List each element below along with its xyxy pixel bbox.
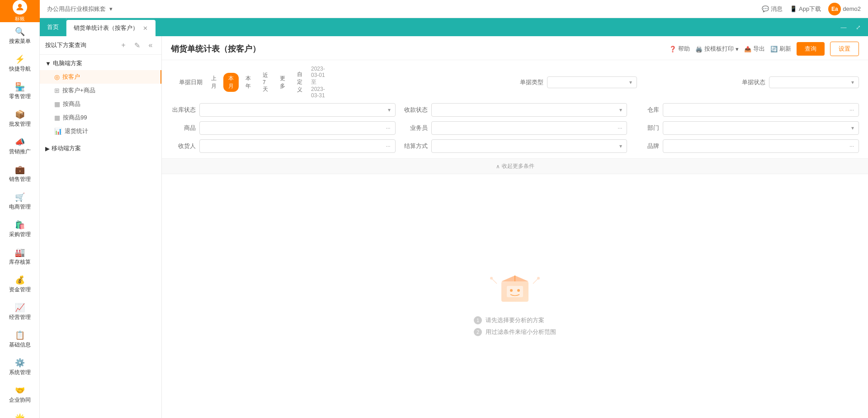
sidebar-item-sales[interactable]: 💼 销售管理 [0, 160, 40, 188]
sidebar-item-operations-label: 经营管理 [9, 314, 31, 321]
sidebar-item-wholesale[interactable]: 📦 批发管理 [0, 105, 40, 133]
filter-area: 单据日期 上月 本月 本年 近7天 更多 自定义 2023-03-01 至 20… [162, 60, 868, 159]
template-print-btn[interactable]: 🖨️ 按模板打印 ▾ [695, 45, 739, 53]
tab-close-btn[interactable]: ✕ [143, 25, 148, 32]
date-tab-custom[interactable]: 自定义 [292, 69, 307, 95]
tree-item-returns[interactable]: 📊 退货统计 [40, 124, 161, 138]
sidebar-item-base[interactable]: 📋 基础信息 [0, 326, 40, 353]
brand-select[interactable]: ··· [663, 139, 859, 153]
industry-name: 办公用品行业模拟账套 [47, 5, 106, 13]
filter-row-2: 出库状态 ▾ 收款状态 ▾ 仓库 [171, 103, 859, 117]
tree-group-mobile[interactable]: ▶ 移动端方案 [40, 142, 161, 155]
collapse-panel-btn[interactable]: « [145, 40, 156, 51]
add-icon: + [121, 41, 125, 49]
sidebar-item-retail-label: 零售管理 [9, 93, 31, 100]
sidebar-item-search[interactable]: 🔍 搜索菜单 [0, 22, 40, 50]
tree-item-by-goods99[interactable]: ▦ 按商品99 [40, 111, 161, 124]
recipient-select[interactable]: ··· [199, 139, 396, 153]
query-button[interactable]: 查询 [797, 42, 825, 56]
add-scheme-btn[interactable]: + [118, 40, 129, 51]
group-label: 电脑端方案 [53, 59, 82, 67]
tab-sales-stats[interactable]: 销货单统计表（按客户） ✕ [66, 20, 156, 36]
tree-group-desktop[interactable]: ▼ 电脑端方案 [40, 57, 161, 70]
tab-expand-btn[interactable]: ⤢ [852, 21, 864, 33]
filter-row-3: 商品 ··· 业务员 ··· 部门 [171, 121, 859, 135]
svg-point-3 [510, 289, 513, 292]
sidebar-item-ecommerce[interactable]: 🛒 电商管理 [0, 188, 40, 215]
sidebar-item-quicknav-label: 快捷导航 [9, 65, 31, 73]
tab-home-label: 首页 [47, 23, 59, 31]
salesperson-select[interactable]: ··· [431, 121, 627, 135]
logo-icon [13, 0, 27, 14]
sidebar-item-ecommerce-label: 电商管理 [9, 203, 31, 211]
sidebar-item-quicknav[interactable]: ⚡ 快捷导航 [0, 50, 40, 77]
tree-item-by-customer-goods[interactable]: ⊞ 按客户+商品 [40, 84, 161, 97]
date-tab-more[interactable]: 更多 [275, 73, 290, 92]
enterprise-icon: 🤝 [15, 385, 25, 395]
goods-select[interactable]: ··· [199, 121, 396, 135]
app-download-btn[interactable]: 📱 App下载 [790, 5, 821, 13]
date-tab-last-month[interactable]: 上月 [206, 73, 222, 92]
sidebar-item-system[interactable]: ⚙️ 系统管理 [0, 353, 40, 381]
svg-line-6 [533, 279, 538, 284]
tab-home[interactable]: 首页 [40, 18, 66, 36]
recipient-label: 收货人 [171, 142, 196, 150]
dropdown-icon[interactable]: ▾ [109, 5, 113, 12]
edit-icon: ✎ [134, 41, 140, 50]
topbar-left: 办公用品行业模拟账套 ▾ [47, 5, 113, 13]
newbie-icon: 🌟 [15, 413, 25, 418]
help-icon: ❓ [669, 46, 676, 52]
template-print-label: 按模板打印 [704, 45, 734, 53]
settlement-select[interactable]: ▾ [431, 139, 627, 153]
export-btn[interactable]: 📤 导出 [744, 45, 765, 53]
tip-num-1: 1 [474, 316, 482, 324]
settings-button[interactable]: 设置 [830, 42, 859, 56]
tree-item-by-goods[interactable]: ▦ 按商品 [40, 97, 161, 111]
out-status-label: 出库状态 [171, 106, 196, 114]
sidebar-item-inventory[interactable]: 🏭 库存核算 [0, 243, 40, 271]
dept-select[interactable]: ▾ [663, 121, 859, 135]
sidebar-item-base-label: 基础信息 [9, 341, 31, 349]
edit-scheme-btn[interactable]: ✎ [132, 40, 142, 51]
receipt-status-select[interactable]: ▾ [431, 103, 627, 117]
warehouse-select[interactable]: ··· [663, 103, 859, 117]
order-type-select[interactable]: ▾ [547, 76, 637, 88]
expand-icon: ▼ [45, 60, 51, 67]
sidebar-item-purchase[interactable]: 🛍️ 采购管理 [0, 215, 40, 243]
operations-icon: 📈 [15, 303, 25, 313]
filter-cell-salesperson: 业务员 ··· [403, 121, 627, 135]
date-tabs: 上月 本月 本年 近7天 更多 自定义 [206, 69, 307, 95]
sidebar-item-wholesale-label: 批发管理 [9, 120, 31, 128]
left-panel-header: 按以下方案查询 + ✎ « [40, 36, 161, 55]
returns-label: 退货统计 [65, 127, 88, 135]
page-title: 销货单统计表（按客户） [171, 43, 260, 54]
order-status-select[interactable]: ▾ [769, 76, 859, 88]
date-tab-7days[interactable]: 近7天 [258, 70, 273, 95]
help-btn[interactable]: ❓ 帮助 [669, 45, 690, 53]
salesperson-label: 业务员 [403, 124, 428, 132]
sidebar-item-finance[interactable]: 💰 资金管理 [0, 271, 40, 298]
date-tab-this-month[interactable]: 本月 [223, 73, 239, 92]
avatar: Ea [828, 3, 841, 15]
print-icon: 🖨️ [695, 46, 703, 52]
sidebar-item-newbie[interactable]: 🌟 新手引导 [0, 408, 40, 418]
sidebar-item-marketing[interactable]: 📣 营销推广 [0, 133, 40, 160]
avatar-text: Ea [831, 6, 838, 12]
tree-item-by-customer[interactable]: ◎ 按客户 [40, 70, 161, 84]
by-customer-goods-label: 按客户+商品 [62, 86, 95, 95]
collapse-bar[interactable]: ∧ 收起更多条件 [162, 159, 868, 174]
sales-icon: 💼 [15, 165, 25, 175]
sidebar-item-operations[interactable]: 📈 经营管理 [0, 298, 40, 326]
filter-cell-settlement: 结算方式 ▾ [403, 139, 627, 153]
date-tab-this-year[interactable]: 本年 [241, 73, 256, 92]
out-status-select[interactable]: ▾ [199, 103, 396, 117]
sidebar-item-enterprise[interactable]: 🤝 企业协同 [0, 381, 40, 408]
sidebar-item-retail[interactable]: 🏪 零售管理 [0, 77, 40, 105]
collapse-icon: « [149, 41, 153, 49]
refresh-btn[interactable]: 🔄 刷新 [770, 45, 791, 53]
user-menu[interactable]: Ea demo2 [828, 3, 861, 15]
tab-minimize-btn[interactable]: — [837, 21, 850, 33]
by-goods99-label: 按商品99 [63, 114, 87, 122]
sidebar-item-enterprise-label: 企业协同 [9, 396, 31, 404]
message-btn[interactable]: 💬 消息 [762, 5, 783, 13]
